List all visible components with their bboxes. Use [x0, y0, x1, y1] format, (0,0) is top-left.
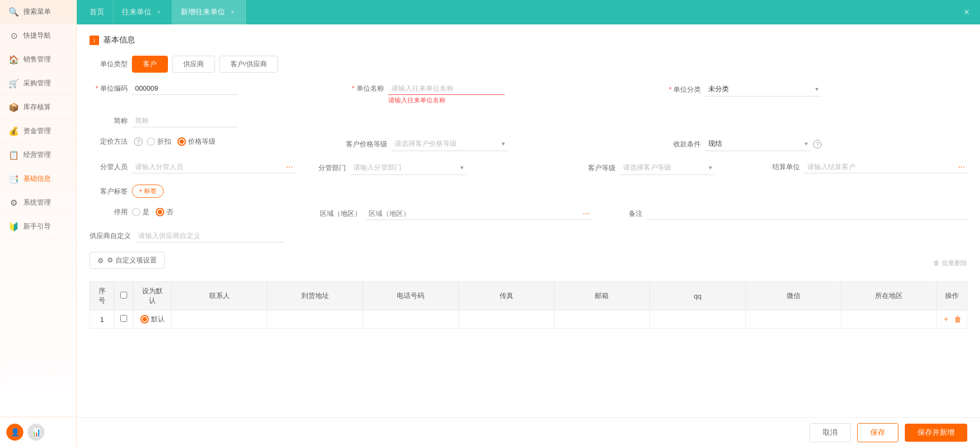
- pricing-method-group: 定价方法 ? 折扣 价格等级: [90, 137, 333, 146]
- unit-category-select[interactable]: 未分类 ▾: [705, 82, 822, 97]
- tab-new-partner[interactable]: 新增往来单位 ×: [172, 0, 246, 24]
- sidebar-item-inventory[interactable]: 📦 库存核算: [0, 95, 76, 119]
- disable-group: 停用 是 否: [90, 207, 307, 217]
- cell-default: 默认: [133, 310, 172, 329]
- manager-more-btn[interactable]: ···: [284, 162, 295, 172]
- department-select[interactable]: 请输入分管部门 ▾: [350, 161, 467, 175]
- wechat-input[interactable]: [751, 315, 836, 323]
- col-checkbox: [114, 282, 133, 310]
- save-new-button[interactable]: 保存并新增: [905, 424, 967, 442]
- col-fax: 传真: [458, 282, 554, 310]
- sidebar-item-sales[interactable]: 🏠 销售管理: [0, 48, 76, 72]
- customer-level-select[interactable]: 请选择客户等级 ▾: [620, 161, 715, 175]
- pricing-help-icon[interactable]: ?: [134, 137, 142, 146]
- payment-terms-select[interactable]: 现结 ▾: [705, 137, 811, 151]
- sidebar-item-purchase[interactable]: 🛒 采购管理: [0, 72, 76, 95]
- gear-icon: ⚙: [97, 257, 104, 265]
- user-button[interactable]: 👤: [6, 424, 23, 441]
- sidebar-item-new-guide[interactable]: 🔰 新手引导: [0, 215, 76, 239]
- remark-input[interactable]: [647, 207, 967, 220]
- address-input[interactable]: [273, 315, 358, 323]
- radio-price-level[interactable]: 价格等级: [177, 137, 216, 146]
- sidebar-item-quick-nav[interactable]: ⊙ 快捷导航: [0, 24, 76, 48]
- price-level-chevron: ▾: [502, 140, 505, 147]
- add-tag-button[interactable]: + 标签: [132, 185, 164, 198]
- sidebar-footer: 👤 📊: [0, 417, 76, 447]
- settlement-unit-input[interactable]: [804, 161, 956, 173]
- payment-terms-help-icon[interactable]: ?: [813, 140, 822, 148]
- batch-delete-label[interactable]: 批量删除: [942, 259, 967, 268]
- supplier-custom-row: 供应商自定义: [90, 230, 967, 242]
- tag-row: 客户标签 + 标签: [90, 185, 967, 198]
- window-close-button[interactable]: ×: [957, 7, 976, 18]
- row-default-radio[interactable]: 默认: [139, 314, 166, 324]
- customer-price-level-label: 客户价格等级: [346, 139, 391, 149]
- unit-code-input[interactable]: [132, 82, 238, 95]
- unit-btn-customer[interactable]: 客户: [132, 56, 168, 73]
- manager-row: 分管人员 ··· 分管部门 请输入分管部门 ▾: [90, 161, 967, 175]
- row-checkbox[interactable]: [120, 315, 127, 322]
- region-more-btn[interactable]: ···: [581, 209, 592, 218]
- pricing-row: 定价方法 ? 折扣 价格等级: [90, 137, 967, 151]
- stats-button[interactable]: 📊: [28, 424, 44, 441]
- disable-label: 停用: [90, 207, 132, 217]
- table-region-input[interactable]: [847, 315, 931, 323]
- radio-discount[interactable]: 折扣: [147, 137, 171, 146]
- unit-type-group: 单位类型 客户 供应商 客户/供应商: [90, 56, 967, 73]
- unit-category-label: 单位分类: [663, 85, 705, 94]
- sidebar-item-finance[interactable]: 💰 资金管理: [0, 119, 76, 143]
- unit-name-error: 请输入往来单位名称: [388, 96, 446, 105]
- unit-info-row: 单位编码 单位名称 请输入往来单位名称 单位分类: [90, 82, 967, 105]
- manager-input[interactable]: [132, 161, 284, 173]
- unit-code-label: 单位编码: [90, 84, 132, 93]
- radio-disable-no[interactable]: 否: [156, 207, 173, 217]
- unit-category-chevron: ▾: [815, 85, 818, 93]
- col-contact: 联系人: [172, 282, 268, 310]
- email-input[interactable]: [560, 315, 645, 323]
- settlement-unit-more-btn[interactable]: ···: [956, 162, 967, 172]
- customer-level-group: 客户等级 请选择客户等级 ▾: [577, 161, 749, 175]
- select-all-checkbox[interactable]: [120, 292, 127, 299]
- short-name-input[interactable]: [132, 115, 238, 127]
- batch-delete-area: 🗑 批量删除: [933, 259, 967, 268]
- contact-input[interactable]: [177, 315, 262, 323]
- custom-settings-button[interactable]: ⚙ ⚙ 自定义项设置: [90, 252, 165, 269]
- col-qq: qq: [650, 282, 746, 310]
- fax-input[interactable]: [464, 315, 549, 323]
- qq-input[interactable]: [655, 315, 740, 323]
- radio-price-level-circle: [177, 137, 186, 146]
- supplier-custom-input[interactable]: [135, 230, 283, 242]
- customer-price-level-select[interactable]: 请选择客户价格等级 ▾: [391, 137, 508, 151]
- sidebar-item-system[interactable]: ⚙ 系统管理: [0, 191, 76, 215]
- short-name-row: 简称: [90, 115, 967, 127]
- tab-close-partner-list[interactable]: ×: [155, 8, 163, 16]
- row-add-icon[interactable]: ＋: [942, 314, 950, 324]
- radio-yes-circle: [132, 208, 140, 216]
- cancel-button[interactable]: 取消: [809, 423, 851, 442]
- sidebar-item-search[interactable]: 🔍 搜索菜单: [0, 0, 76, 24]
- tab-home[interactable]: 首页: [81, 0, 113, 24]
- operations-icon: 📋: [8, 150, 19, 160]
- sales-icon: 🏠: [8, 54, 19, 65]
- unit-btn-both[interactable]: 客户/供应商: [219, 56, 278, 73]
- content-area: i 基本信息 单位类型 客户 供应商 客户/供应商 单位编码: [77, 24, 980, 417]
- tab-partner-list[interactable]: 往来单位 ×: [113, 0, 172, 24]
- region-input[interactable]: [366, 207, 581, 220]
- unit-name-input[interactable]: [388, 82, 505, 95]
- sidebar-item-basic-info[interactable]: 📑 基础信息: [0, 167, 76, 191]
- col-default: 设为默认: [133, 282, 172, 310]
- row-delete-icon[interactable]: 🗑: [954, 315, 961, 323]
- tab-close-new-partner[interactable]: ×: [228, 8, 237, 16]
- cell-phone: [363, 310, 459, 329]
- unit-type-label: 单位类型: [90, 59, 132, 69]
- cell-qq: [650, 310, 746, 329]
- phone-input[interactable]: [368, 315, 453, 323]
- sidebar-item-operations[interactable]: 📋 经营管理: [0, 143, 76, 167]
- save-button[interactable]: 保存: [857, 423, 898, 442]
- quick-nav-icon: ⊙: [8, 30, 19, 41]
- unit-code-group: 单位编码: [90, 82, 333, 95]
- new-guide-icon: 🔰: [8, 221, 19, 232]
- radio-disable-yes[interactable]: 是: [132, 207, 149, 217]
- unit-btn-supplier[interactable]: 供应商: [172, 56, 215, 73]
- cell-region: [841, 310, 937, 329]
